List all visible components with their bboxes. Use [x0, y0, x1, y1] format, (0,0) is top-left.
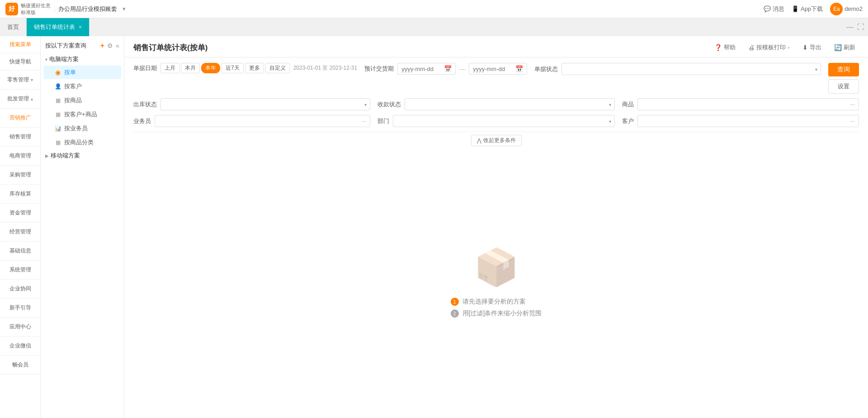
scheme-group-mobile: ▶ 移动端方案 [41, 150, 124, 162]
delivery-date-from-input[interactable] [401, 66, 442, 72]
sidebar-item-purchase[interactable]: 采购管理 [0, 166, 40, 185]
payment-status-select[interactable]: 未收款 部分收款 全部收款 [405, 98, 614, 110]
collapse-scheme-icon[interactable]: « [116, 42, 119, 49]
date-range-display: 2023-01-01 至 2023-12-31 [293, 64, 357, 72]
scheme-icon-category: ▦ [54, 139, 61, 146]
sidebar-item-newuser[interactable]: 新手引导 [0, 299, 40, 318]
sidebar-item-appcenter[interactable]: 应用中心 [0, 318, 40, 337]
delivery-date-from: 📅 [397, 63, 456, 75]
settings-button[interactable]: 设置 [828, 79, 859, 94]
maximize-icon[interactable]: ⛶ [857, 23, 864, 31]
scheme-group-header[interactable]: ▾ 电脑端方案 [41, 53, 124, 65]
help-icon: ❓ [714, 44, 722, 51]
sidebar-item-marketing[interactable]: 营销推广 [0, 109, 40, 128]
sidebar-item-member[interactable]: 畅会员 [0, 356, 40, 375]
scheme-item-by-salesman[interactable]: 📊 按业务员 [43, 122, 121, 135]
scheme-item-by-goods[interactable]: ▦ 按商品 [43, 94, 121, 107]
divider [54, 5, 55, 13]
search-button[interactable]: 查询 [828, 63, 859, 76]
date-btn-more[interactable]: 更多 [245, 63, 264, 73]
date-btn-thisyear[interactable]: 本年 [201, 63, 220, 73]
date-btn-last7days[interactable]: 近7天 [222, 63, 244, 73]
main-layout: 搜索菜单 快捷导航 零售管理 ▾ 批发管理 ▴ 营销推广 销售管理 电商管理 采… [0, 36, 868, 418]
help-btn[interactable]: ❓ 帮助 [711, 42, 739, 53]
calendar-icon-to: 📅 [515, 65, 523, 72]
left-panel: 按以下方案查询 + ⚙ « ▾ 电脑端方案 ◉ 按单 👤 按 [41, 36, 124, 418]
tab-home[interactable]: 首页 [0, 18, 27, 36]
delivery-date-to-input[interactable] [473, 66, 514, 72]
topbar-right: 💬 消息 📱 App下载 Ea demo2 [764, 3, 863, 15]
scheme-item-by-customer-goods[interactable]: ▦ 按客户+商品 [43, 108, 121, 121]
scheme-icon-order: ◉ [54, 69, 61, 76]
export-btn[interactable]: ⬇ 导出 [799, 42, 825, 53]
sidebar-item-system[interactable]: 系统管理 [0, 261, 40, 280]
customer-dots-btn[interactable]: ··· [850, 118, 855, 124]
logo-text: 畅捷通好生意 标准版 [21, 2, 51, 15]
left-panel-title: 按以下方案查询 [45, 42, 86, 50]
message-btn[interactable]: 💬 消息 [764, 5, 784, 13]
tab-sales-stats[interactable]: 销售订单统计表 × [27, 18, 90, 36]
collapse-btn[interactable]: ⋀ 收起更多条件 [471, 135, 522, 146]
sidebar-item-retail[interactable]: 零售管理 ▾ [0, 71, 40, 90]
step-num-2: 2 [451, 309, 459, 318]
goods-dots-btn[interactable]: ··· [850, 101, 855, 108]
sidebar-item-enterprise[interactable]: 企业协同 [0, 280, 40, 299]
settings-scheme-icon[interactable]: ⚙ [107, 42, 113, 49]
calendar-icon-from: 📅 [444, 65, 452, 72]
date-btn-custom[interactable]: 自定义 [265, 63, 290, 73]
date-btn-lastmonth[interactable]: 上月 [160, 63, 179, 73]
document-status-select[interactable]: 草稿 审核中 已审核 已关闭 [561, 63, 821, 75]
empty-state-illustration: 📦 [474, 246, 519, 289]
minimize-icon[interactable]: — [846, 23, 854, 31]
sidebar-item-finance[interactable]: 资金管理 [0, 204, 40, 223]
scheme-item-by-category[interactable]: ▦ 按商品分类 [43, 136, 121, 149]
document-status-label: 单据状态 [534, 65, 558, 73]
delivery-status-wrap: 未出库 部分出库 全部出库 ▾ [160, 98, 370, 110]
date-btn-thismonth[interactable]: 本月 [181, 63, 200, 73]
filter-row-2: 出库状态 未出库 部分出库 全部出库 ▾ 收款状态 [133, 98, 859, 110]
message-icon: 💬 [764, 5, 771, 12]
chevron-up-icon: ▴ [31, 96, 33, 101]
avatar: Ea [830, 3, 843, 15]
group-arrow-icon: ▾ [45, 57, 47, 62]
goods-input[interactable]: ··· [637, 98, 859, 110]
refresh-btn[interactable]: 🔄 刷新 [830, 42, 859, 53]
customer-input[interactable]: ··· [637, 115, 859, 127]
logo: 好 畅捷通好生意 标准版 [5, 2, 51, 15]
department-select-wrap: ▾ [393, 115, 614, 127]
department-select[interactable] [393, 115, 614, 127]
chevron-down-icon: ▾ [31, 77, 33, 82]
sidebar-item-wholesale[interactable]: 批发管理 ▴ [0, 90, 40, 109]
topbar-dropdown-icon[interactable]: ▾ [123, 5, 126, 12]
sidebar-item-sales[interactable]: 销售管理 [0, 128, 40, 147]
delivery-status-select[interactable]: 未出库 部分出库 全部出库 [160, 98, 370, 110]
topbar: 好 畅捷通好生意 标准版 办公用品行业模拟账套 ▾ 💬 消息 📱 App下载 E… [0, 0, 868, 18]
sidebar-item-search[interactable]: 搜索菜单 [0, 36, 40, 53]
user-avatar[interactable]: Ea demo2 [830, 3, 863, 15]
tab-close-icon[interactable]: × [79, 24, 82, 30]
scheme-item-by-order[interactable]: ◉ 按单 [43, 66, 121, 79]
right-content: 销售订单统计表(按单) ❓ 帮助 🖨 按模板打印 ▾ ⬇ 导出 [124, 36, 868, 418]
goods-label: 商品 [622, 100, 634, 109]
filter-row-3: 业务员 ··· 部门 ▾ [133, 115, 859, 127]
salesman-dots-btn[interactable]: ··· [361, 118, 366, 124]
sidebar-item-basics[interactable]: 基础信息 [0, 242, 40, 261]
sidebar-item-inventory[interactable]: 库存核算 [0, 185, 40, 204]
topbar-left: 好 畅捷通好生意 标准版 办公用品行业模拟账套 ▾ [5, 2, 126, 15]
sidebar-item-ecommerce[interactable]: 电商管理 [0, 147, 40, 166]
app-download-btn[interactable]: 📱 App下载 [792, 5, 823, 13]
goods-filter: 商品 ··· [622, 98, 859, 110]
document-status-select-wrap: 草稿 审核中 已审核 已关闭 ▾ [561, 63, 821, 75]
sidebar-item-wechat[interactable]: 企业微信 [0, 337, 40, 356]
sidebar-item-operations[interactable]: 经营管理 [0, 223, 40, 242]
export-icon: ⬇ [802, 44, 808, 51]
salesman-input[interactable]: ··· [155, 115, 370, 127]
add-scheme-icon[interactable]: + [100, 42, 104, 50]
left-panel-header: 按以下方案查询 + ⚙ « [41, 40, 124, 53]
template-print-btn[interactable]: 🖨 按模板打印 ▾ [745, 42, 793, 53]
scheme-group-mobile-header[interactable]: ▶ 移动端方案 [41, 150, 124, 162]
document-status-filter: 单据状态 草稿 审核中 已审核 已关闭 ▾ [534, 63, 821, 75]
sidebar-item-quicknav[interactable]: 快捷导航 [0, 53, 40, 71]
date-filter: 单据日期 上月 本月 本年 近7天 更多 自定义 2023-01-01 至 [133, 63, 357, 73]
scheme-item-by-customer[interactable]: 👤 按客户 [43, 80, 121, 93]
